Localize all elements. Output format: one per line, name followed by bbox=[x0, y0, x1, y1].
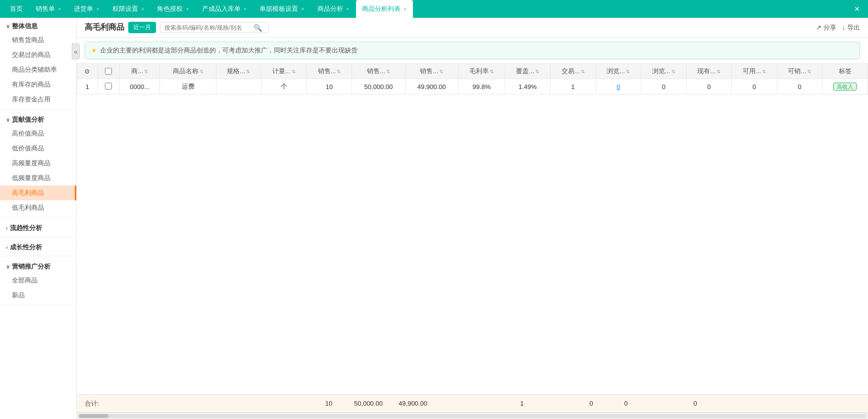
footer-total: 合计: 1050,000.0049,900.001000 bbox=[77, 394, 868, 412]
row-unit: 个 bbox=[261, 79, 307, 94]
col-header-browse1[interactable]: 浏览...⇅ bbox=[596, 64, 641, 79]
row-coverage: 1.49% bbox=[505, 79, 551, 94]
sidebar-item-goods-category-assist[interactable]: 商品分类辅助率 bbox=[0, 62, 76, 77]
close-tab-purchase-order[interactable]: × bbox=[96, 6, 99, 12]
sidebar-item-all-goods[interactable]: 全部商品 bbox=[0, 273, 76, 288]
settings-gear-icon[interactable]: ⚙ bbox=[84, 68, 90, 75]
row-browse1[interactable]: 0 bbox=[596, 79, 641, 94]
table-wrapper[interactable]: ⚙商...⇅商品名称⇅规格...⇅计量...⇅销售...⇅销售...⇅销售...… bbox=[77, 63, 868, 394]
close-tab-role-permissions[interactable]: × bbox=[186, 6, 189, 12]
recent-month-button[interactable]: 近一月 bbox=[128, 22, 156, 33]
col-header-checkbox bbox=[98, 64, 119, 79]
group-label-growth-analysis: 成长性分析 bbox=[10, 243, 42, 252]
sidebar-item-high-margin-goods[interactable]: 高毛利商品 bbox=[0, 186, 76, 200]
close-tab-product-analysis[interactable]: × bbox=[346, 6, 349, 12]
close-tab-sales-order[interactable]: × bbox=[58, 6, 61, 12]
sidebar-item-inventory-capital[interactable]: 库存资金占用 bbox=[0, 92, 76, 107]
nav-tab-sales-order[interactable]: 销售单× bbox=[30, 0, 67, 18]
col-header-sellable[interactable]: 可销...⇅ bbox=[777, 64, 822, 79]
sidebar-item-sales-goods[interactable]: 销售货商品 bbox=[0, 33, 76, 47]
footer-cell-6: 10 bbox=[311, 400, 346, 407]
sidebar-item-new-goods[interactable]: 新品 bbox=[0, 288, 76, 303]
nav-tab-order-template[interactable]: 单据模板设置× bbox=[254, 0, 310, 18]
scrollbar-thumb[interactable] bbox=[79, 414, 108, 418]
col-header-sales_qty[interactable]: 销售...⇅ bbox=[306, 64, 352, 79]
sidebar-item-traded-goods[interactable]: 交易过的商品 bbox=[0, 47, 76, 62]
col-header-spec[interactable]: 规格...⇅ bbox=[216, 64, 261, 79]
sidebar-group-trend-analysis[interactable]: ›流趋性分析 bbox=[0, 220, 76, 234]
close-tab-product-analysis-list[interactable]: × bbox=[404, 6, 407, 12]
sort-icon-spec: ⇅ bbox=[246, 69, 250, 74]
sidebar-group-wealth-analysis[interactable]: ∨贡献值分析 bbox=[0, 111, 76, 126]
col-header-sales_amount[interactable]: 销售...⇅ bbox=[352, 64, 405, 79]
sidebar-item-in-stock-goods[interactable]: 有库存的商品 bbox=[0, 77, 76, 92]
col-label-coverage: 覆盖... bbox=[516, 67, 534, 76]
col-header-name[interactable]: 商品名称⇅ bbox=[160, 64, 216, 79]
col-header-transaction[interactable]: 交易...⇅ bbox=[550, 64, 596, 79]
nav-tab-role-permissions[interactable]: 角色授权× bbox=[151, 0, 195, 18]
sidebar-item-low-freq-goods[interactable]: 低频量度商品 bbox=[0, 171, 76, 186]
group-arrow-growth-analysis: › bbox=[6, 244, 8, 250]
footer-cell-5 bbox=[282, 400, 311, 407]
nav-tab-permission-settings[interactable]: 权限设置× bbox=[106, 0, 150, 18]
col-label-sales_amount: 销售... bbox=[367, 67, 385, 76]
col-header-gross_rate[interactable]: 毛利率⇅ bbox=[458, 64, 505, 79]
close-tab-product-stock-in[interactable]: × bbox=[244, 6, 247, 12]
row-code: 0000... bbox=[120, 79, 160, 94]
close-all-button[interactable]: ✕ bbox=[850, 5, 864, 13]
col-header-settings: ⚙ bbox=[77, 64, 98, 79]
header-actions: ↗ 分享 ↓ 导出 bbox=[816, 23, 861, 32]
nav-tab-product-analysis[interactable]: 商品分析× bbox=[311, 0, 355, 18]
col-header-browse2[interactable]: 浏览...⇅ bbox=[641, 64, 687, 79]
sort-icon-coverage: ⇅ bbox=[535, 69, 539, 74]
col-label-browse2: 浏览... bbox=[652, 67, 670, 76]
nav-tab-product-analysis-list[interactable]: 商品分析列表× bbox=[356, 0, 412, 18]
close-tab-order-template[interactable]: × bbox=[301, 6, 304, 12]
col-label-transaction: 交易... bbox=[562, 67, 580, 76]
search-input[interactable] bbox=[164, 24, 254, 31]
sidebar-item-high-value-goods[interactable]: 高价值商品 bbox=[0, 126, 76, 141]
sidebar-collapse-button[interactable]: « bbox=[72, 44, 80, 59]
horizontal-scrollbar[interactable] bbox=[77, 412, 868, 419]
sidebar-group-growth-analysis[interactable]: ›成长性分析 bbox=[0, 239, 76, 254]
footer-cell-3 bbox=[188, 400, 247, 407]
group-label-marketing-analysis: 营销推广分析 bbox=[12, 262, 51, 271]
row-checkbox[interactable] bbox=[98, 79, 119, 94]
nav-tab-purchase-order[interactable]: 进货单× bbox=[68, 0, 105, 18]
browse-link[interactable]: 0 bbox=[616, 83, 620, 91]
select-all-checkbox[interactable] bbox=[105, 68, 112, 75]
col-header-coverage[interactable]: 覆盖...⇅ bbox=[505, 64, 551, 79]
col-header-available[interactable]: 可用...⇅ bbox=[732, 64, 777, 79]
col-header-code[interactable]: 商...⇅ bbox=[120, 64, 160, 79]
nav-tab-product-stock-in[interactable]: 产成品入库单× bbox=[196, 0, 253, 18]
sidebar-group-marketing-analysis[interactable]: ∨营销推广分析 bbox=[0, 258, 76, 273]
search-box: 🔍 bbox=[160, 22, 269, 33]
col-label-current_stock: 现有... bbox=[697, 67, 715, 76]
share-button[interactable]: ↗ 分享 bbox=[816, 23, 836, 32]
sidebar-group-overall-info[interactable]: ∨整体信息 bbox=[0, 18, 76, 33]
sidebar-item-low-margin-goods[interactable]: 低毛利商品 bbox=[0, 200, 76, 215]
row-select-checkbox[interactable] bbox=[105, 83, 112, 90]
search-icon[interactable]: 🔍 bbox=[254, 24, 262, 32]
export-button[interactable]: ↓ 导出 bbox=[842, 23, 861, 32]
row-sales-profit: 49,900.00 bbox=[405, 79, 458, 94]
group-label-trend-analysis: 流趋性分析 bbox=[10, 224, 42, 233]
col-header-current_stock[interactable]: 现有...⇅ bbox=[686, 64, 732, 79]
data-table: ⚙商...⇅商品名称⇅规格...⇅计量...⇅销售...⇅销售...⇅销售...… bbox=[77, 63, 868, 94]
sidebar-item-high-freq-goods[interactable]: 高频量度商品 bbox=[0, 156, 76, 171]
sort-icon-sellable: ⇅ bbox=[807, 69, 811, 74]
nav-home[interactable]: 首页 bbox=[4, 0, 29, 18]
col-label-available: 可用... bbox=[743, 67, 761, 76]
footer-cell-2 bbox=[153, 400, 188, 407]
close-tab-permission-settings[interactable]: × bbox=[141, 6, 144, 12]
col-label-code: 商... bbox=[131, 67, 143, 76]
group-label-wealth-analysis: 贡献值分析 bbox=[12, 115, 44, 124]
sort-icon-browse1: ⇅ bbox=[626, 69, 630, 74]
footer-cell-13: 0 bbox=[574, 400, 609, 407]
sidebar-item-low-value-goods[interactable]: 低价值商品 bbox=[0, 141, 76, 156]
col-header-unit[interactable]: 计量...⇅ bbox=[261, 64, 307, 79]
group-arrow-trend-analysis: › bbox=[6, 225, 8, 231]
col-header-sales_profit[interactable]: 销售...⇅ bbox=[405, 64, 458, 79]
divider-marketing-analysis bbox=[0, 305, 76, 305]
footer-cell-9 bbox=[435, 400, 470, 407]
